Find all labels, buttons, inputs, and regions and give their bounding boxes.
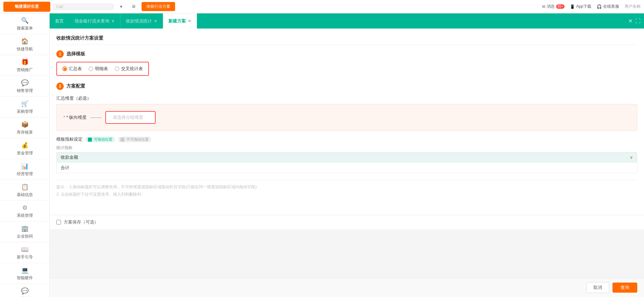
sidebar-item-wechat[interactable]: 💬 企业微信 — [0, 284, 49, 297]
tab-expand-btn[interactable]: ⛶ — [635, 18, 641, 24]
cancel-button[interactable]: 取消 — [586, 282, 609, 293]
sidebar-item-hardware[interactable]: 💻 智能硬件 — [0, 263, 49, 284]
wechat-icon: 💬 — [21, 287, 29, 295]
tip-line-1: 提示： 1.拖动标题栏可以调整布局，不可跨维度或指标区域拖动栏目字段(只能在同一… — [56, 184, 637, 191]
content-area: 首页 现金银行流水查询 ✕ 收款情况统计 ✕ 新建方案 ✕ ✕ ⛶ — [50, 13, 644, 297]
laptop-icon: 💻 — [21, 266, 29, 274]
page-inner: 收款情况统计方案设置 1 选择模板 汇总表 明细表 — [50, 29, 644, 215]
message-btn[interactable]: ✉ 消息 99+ — [542, 4, 565, 9]
tab-receipt[interactable]: 收款情况统计 ✕ — [120, 13, 163, 29]
save-label: 方案保存（可选） — [64, 219, 99, 225]
sidebar-item-guide[interactable]: 📖 新手引导 — [0, 242, 49, 263]
search-icon: 🔍 — [21, 17, 29, 24]
sidebar-item-purchase[interactable]: 🛒 采购管理 — [0, 97, 49, 117]
badge-draggable: 可拖动位置 — [85, 137, 115, 142]
step1-number: 1 — [56, 50, 64, 58]
save-section: 方案保存（可选） — [50, 215, 644, 229]
stats-label: 统计指标 — [56, 145, 637, 151]
chat-icon: 💬 — [21, 79, 29, 87]
dimension-title: 汇总维度（必选） — [56, 95, 637, 101]
metrics-table: 收款金额 ∨ 合计 — [56, 152, 637, 173]
tab-new-plan[interactable]: 新建方案 ✕ — [163, 13, 197, 29]
page-title: 收款情况统计方案设置 — [56, 35, 637, 45]
tab-close-btn[interactable]: ✕ — [628, 18, 633, 24]
sidebar-item-collab[interactable]: 🏢 企业协同 — [0, 221, 49, 242]
home-icon: 🏠 — [21, 38, 29, 45]
sidebar-item-finance[interactable]: 💰 资金管理 — [0, 138, 49, 159]
trial-btn[interactable]: 体验行业方案 — [142, 2, 175, 11]
step2-number: 2 — [56, 83, 64, 90]
save-checkbox[interactable] — [56, 220, 61, 225]
metrics-table-header[interactable]: 收款金额 ∨ — [57, 152, 637, 162]
dimension-row: * * 纵向维度 —— 请选择分组维度 — [63, 111, 630, 124]
dimension-config: 汇总维度（必选） * * 纵向维度 —— 请选择分组维度 — [56, 95, 637, 131]
sidebar-item-sales[interactable]: 💬 销售管理 — [0, 76, 49, 97]
breadcrumb-input: CaR — [53, 4, 113, 10]
sidebar-item-marketing[interactable]: 🎁 营销推广 — [0, 55, 49, 76]
tab-receipt-close[interactable]: ✕ — [154, 19, 157, 23]
sidebar-item-operations[interactable]: 📊 经营管理 — [0, 159, 49, 180]
badge-fixed: 不可拖动位置 — [118, 137, 151, 142]
step2-block: 2 方案配置 汇总维度（必选） * * 纵向维度 —— — [56, 83, 637, 201]
user-name: 用户名称 — [625, 4, 641, 9]
metrics-table-row: 合计 — [57, 162, 637, 173]
radio-summary-circle — [62, 66, 67, 71]
download-btn[interactable]: 📱 App下载 — [570, 4, 591, 9]
breadcrumb-dropdown[interactable]: ▾ — [116, 2, 126, 12]
chart-icon: 📊 — [21, 162, 29, 170]
step1-label: 1 选择模板 — [56, 50, 637, 58]
dimension-box: * * 纵向维度 —— 请选择分组维度 — [56, 104, 637, 131]
tips-section: 提示： 1.拖动标题栏可以调整布局，不可跨维度或指标区域拖动栏目字段(只能在同一… — [56, 180, 637, 201]
tab-home[interactable]: 首页 — [50, 13, 69, 29]
book-icon: 📖 — [21, 246, 29, 253]
message-icon: ✉ — [542, 4, 545, 9]
step2-label: 2 方案配置 — [56, 83, 637, 90]
radio-cross[interactable]: 交叉统计表 — [115, 66, 143, 72]
radio-cross-circle — [115, 66, 119, 71]
gear-icon: ⚙ — [22, 204, 28, 211]
footer-bar: 取消 查询 — [50, 278, 644, 297]
list-icon: 📋 — [21, 183, 29, 191]
metrics-label: 模板指标设定 可拖动位置 不可拖动位置 — [56, 136, 637, 142]
sidebar-item-inventory[interactable]: 📦 库存核算 — [0, 117, 49, 138]
service-btn[interactable]: 🎧 在线客服 — [597, 4, 619, 9]
message-badge: 99+ — [556, 4, 565, 9]
sidebar: 🔍 搜索菜单 🏠 快捷导航 🎁 营销推广 💬 销售管理 🛒 采购管理 📦 库存核… — [0, 13, 50, 297]
money-icon: 💰 — [21, 142, 29, 149]
sidebar-item-nav[interactable]: 🏠 快捷导航 — [0, 34, 49, 55]
tab-cashflow[interactable]: 现金银行流水查询 ✕ — [69, 13, 120, 29]
cart-icon: 🛒 — [21, 100, 29, 107]
sidebar-item-system[interactable]: ⚙ 系统管理 — [0, 201, 49, 221]
top-bar: 畅捷通好生意 CaR ▾ ⚙ 体验行业方案 ✉ 消息 99+ 📱 App下载 🎧… — [0, 0, 644, 13]
app-logo: 畅捷通好生意 — [3, 2, 50, 12]
dimension-selector[interactable]: 请选择分组维度 — [105, 111, 156, 124]
tip-line-2: 2. 点击标题栏下拉可设置排序、插入列和删除列 — [56, 191, 637, 198]
radio-summary[interactable]: 汇总表 — [62, 66, 82, 72]
tab-bar: 首页 现金银行流水查询 ✕ 收款情况统计 ✕ 新建方案 ✕ ✕ ⛶ — [50, 13, 644, 29]
tab-new-plan-close[interactable]: ✕ — [188, 19, 191, 23]
header-right: ✉ 消息 99+ 📱 App下载 🎧 在线客服 用户名称 — [542, 4, 641, 9]
step1-block: 1 选择模板 汇总表 明细表 — [56, 50, 637, 76]
radio-detail-circle — [89, 66, 93, 71]
service-icon: 🎧 — [597, 4, 602, 9]
building-icon: 🏢 — [21, 225, 29, 232]
template-select-box: 汇总表 明细表 交叉统计表 — [56, 62, 149, 76]
sidebar-item-basic[interactable]: 📋 基础信息 — [0, 180, 49, 201]
radio-detail[interactable]: 明细表 — [89, 66, 108, 72]
arrow-icon: —— — [91, 114, 101, 120]
settings-icon[interactable]: ⚙ — [129, 2, 139, 12]
box-icon: 📦 — [21, 121, 29, 128]
query-button[interactable]: 查询 — [612, 283, 637, 293]
sidebar-item-search[interactable]: 🔍 搜索菜单 — [0, 13, 49, 34]
page-content: 收款情况统计方案设置 1 选择模板 汇总表 明细表 — [50, 29, 644, 278]
gift-icon: 🎁 — [21, 58, 29, 66]
main-layout: 🔍 搜索菜单 🏠 快捷导航 🎁 营销推广 💬 销售管理 🛒 采购管理 📦 库存核… — [0, 13, 644, 297]
tab-bar-actions: ✕ ⛶ — [625, 13, 644, 29]
dimension-row-label: * * 纵向维度 — [63, 114, 87, 120]
tab-cashflow-close[interactable]: ✕ — [111, 19, 115, 23]
chevron-down-icon: ∨ — [630, 155, 633, 160]
metrics-section: 模板指标设定 可拖动位置 不可拖动位置 统计指标 — [56, 136, 637, 173]
download-icon: 📱 — [570, 4, 575, 9]
